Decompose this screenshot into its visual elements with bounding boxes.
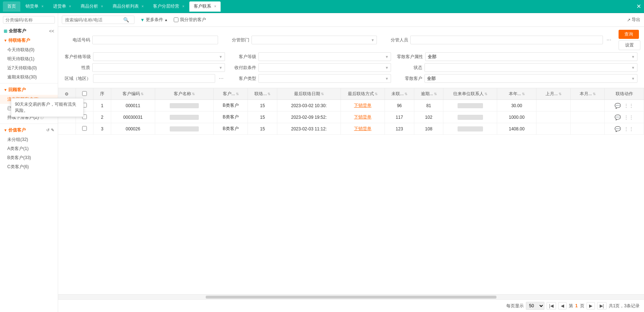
th-name[interactable]: 客户名称⇅ xyxy=(155,88,213,100)
horizontal-scrollbar[interactable] xyxy=(58,294,644,299)
row3-checkbox-input[interactable] xyxy=(82,126,87,131)
filter-customer-level-select[interactable]: ▼ xyxy=(258,52,391,61)
sidebar-all-customers[interactable]: ⊞ 全部客户 << xyxy=(0,27,58,36)
tab-customer-contact[interactable]: 客户联系 × xyxy=(189,1,221,12)
contact-sort-icon[interactable]: ⇅ xyxy=(267,92,270,96)
row2-method-link[interactable]: 下销货单 xyxy=(354,114,371,119)
filter-person-select[interactable] xyxy=(410,36,603,44)
row3-action-chat-icon[interactable]: 💬 xyxy=(615,126,621,132)
tab-home[interactable]: 首页 xyxy=(3,1,20,12)
th-code[interactable]: 客户编码⇅ xyxy=(111,88,155,100)
sidebar-search-input[interactable] xyxy=(5,17,58,23)
tab-purchase-close[interactable]: × xyxy=(69,4,71,8)
tab-product-list[interactable]: 商品分析列表 × xyxy=(108,1,148,12)
sidebar-group-pending[interactable]: ▼ 待联络客户 xyxy=(0,36,58,45)
last-month-sort-icon[interactable]: ⇅ xyxy=(559,92,562,96)
method-sort-icon[interactable]: ⇅ xyxy=(375,92,378,96)
tab-product-analysis-close[interactable]: × xyxy=(101,4,103,8)
pg-first-btn[interactable]: |◀ xyxy=(547,302,556,309)
row1-method-link[interactable]: 下销货单 xyxy=(354,103,371,108)
filter-dept-select[interactable]: ▼ xyxy=(251,36,377,44)
filter-status-select[interactable]: ▼ xyxy=(424,63,637,72)
sidebar-item-class-b[interactable]: B类客户(33) xyxy=(0,153,58,162)
filter-phone-input[interactable] xyxy=(92,36,218,44)
sidebar-item-class-c[interactable]: C类客户(6) xyxy=(0,162,58,171)
query-btn[interactable]: 查询 xyxy=(619,30,639,39)
row1-action-more-icon[interactable]: ⋮⋮ xyxy=(624,103,634,109)
tab-sales-close[interactable]: × xyxy=(41,4,44,8)
main-search-bar[interactable]: 🔍 xyxy=(62,16,134,24)
sidebar-item-today-contact[interactable]: 今天待联络(0) xyxy=(0,45,58,54)
my-customers-checkbox[interactable] xyxy=(174,17,178,22)
row3-method-link[interactable]: 下销货单 xyxy=(354,126,371,131)
th-not-contacted[interactable]: 未联...⇅ xyxy=(385,88,414,100)
settings-btn[interactable]: 设置 xyxy=(619,40,640,50)
th-overdue[interactable]: 逾期...⇅ xyxy=(414,88,443,100)
sidebar-item-overdue-contact[interactable]: 逾期未联络(30) xyxy=(0,73,58,82)
tab-customer-tier-close[interactable]: × xyxy=(182,4,184,8)
filter-nature-select[interactable]: ▼ xyxy=(92,63,225,72)
value-edit-icon[interactable]: ✎ xyxy=(51,128,54,133)
row2-action-more-icon[interactable]: ⋮⋮ xyxy=(624,114,634,120)
main-search-icon[interactable]: 🔍 xyxy=(123,17,129,23)
date-sort-icon[interactable]: ⇅ xyxy=(321,92,324,96)
unit-sort-icon[interactable]: ⇅ xyxy=(484,92,487,96)
tab-product-analysis[interactable]: 商品分析 × xyxy=(76,1,108,12)
filter-price-level-select[interactable]: ▼ xyxy=(93,52,225,61)
th-contact[interactable]: 联络...⇅ xyxy=(248,88,277,100)
sidebar-group-lost[interactable]: ▼ 回顾客户 xyxy=(0,85,58,95)
row1-action-chat-icon[interactable]: 💬 xyxy=(615,103,621,109)
th-type[interactable]: 客户...⇅ xyxy=(214,88,248,100)
filter-zero-customer-select[interactable]: 全部 ▼ xyxy=(424,74,637,83)
not-contacted-sort-icon[interactable]: ⇅ xyxy=(404,92,407,96)
filter-customer-type-select[interactable]: ▼ xyxy=(258,74,391,83)
pg-last-btn[interactable]: ▶| xyxy=(597,302,607,309)
sidebar-group-value[interactable]: ▼ 价值客户 ↺ ✎ xyxy=(0,125,58,135)
tab-product-list-close[interactable]: × xyxy=(142,4,144,8)
filter-person-more[interactable]: ··· xyxy=(605,37,613,43)
sidebar-search-box[interactable]: 🔍 xyxy=(3,16,55,24)
row3-action[interactable]: 💬 ⋮⋮ xyxy=(605,123,644,135)
th-this-month[interactable]: 本月...⇅ xyxy=(571,88,605,100)
export-btn[interactable]: ↗ 导出 xyxy=(627,17,640,23)
filter-zero-attr-select[interactable]: 全部 ▼ xyxy=(425,52,637,61)
row3-checkbox[interactable] xyxy=(76,123,93,135)
table-settings-icon[interactable]: ⚙ xyxy=(65,92,69,97)
tab-purchase[interactable]: 进货单 × xyxy=(49,1,76,12)
th-this-year[interactable]: 本年...⇅ xyxy=(497,88,536,100)
code-sort-icon[interactable]: ⇅ xyxy=(141,92,144,96)
scroll-thumb[interactable] xyxy=(206,296,496,299)
window-close-icon[interactable]: ✕ xyxy=(636,3,641,10)
name-sort-icon[interactable]: ⇅ xyxy=(192,92,195,96)
select-all-checkbox[interactable] xyxy=(82,91,87,96)
sidebar-item-7day-contact[interactable]: 近7天待联络(0) xyxy=(0,64,58,73)
th-last-contact-date[interactable]: 最后联络日期⇅ xyxy=(277,88,341,100)
more-conditions-btn[interactable]: ▼ 更多条件 ▲ xyxy=(137,15,171,24)
sidebar-item-class-a[interactable]: A类客户(1) xyxy=(0,144,58,153)
tab-customer-contact-close[interactable]: × xyxy=(214,4,216,8)
row2-method[interactable]: 下销货单 xyxy=(341,112,385,123)
th-last-contact-method[interactable]: 最后联络方式⇅ xyxy=(341,88,385,100)
my-customers-label[interactable]: 我分管的客户 xyxy=(174,17,206,23)
filter-region-select[interactable] xyxy=(93,74,215,83)
sidebar-item-ungrouped[interactable]: 未分组(32) xyxy=(0,135,58,144)
row1-method[interactable]: 下销货单 xyxy=(341,100,385,112)
filter-payment-select[interactable]: ▼ xyxy=(258,63,391,72)
main-search-input[interactable] xyxy=(65,17,123,23)
th-last-month[interactable]: 上月...⇅ xyxy=(536,88,570,100)
row1-action[interactable]: 💬 ⋮⋮ xyxy=(605,100,644,112)
pg-next-btn[interactable]: ▶ xyxy=(587,302,595,309)
tab-sales[interactable]: 销货单 × xyxy=(21,1,48,12)
th-unit-contact[interactable]: 往来单位联系人⇅ xyxy=(443,88,497,100)
overdue-sort-icon[interactable]: ⇅ xyxy=(434,92,437,96)
sidebar-collapse-icon[interactable]: << xyxy=(49,29,54,34)
filter-region-more[interactable]: ··· xyxy=(217,75,225,82)
row3-action-more-icon[interactable]: ⋮⋮ xyxy=(624,126,634,132)
row3-method[interactable]: 下销货单 xyxy=(341,123,385,135)
sidebar-item-tomorrow-contact[interactable]: 明天待联络(1) xyxy=(0,54,58,64)
row2-action-chat-icon[interactable]: 💬 xyxy=(615,114,621,120)
tab-customer-tier[interactable]: 客户分层经营 × xyxy=(149,1,189,12)
this-month-sort-icon[interactable]: ⇅ xyxy=(593,92,596,96)
per-page-select[interactable]: 50 20 100 xyxy=(526,302,544,310)
row2-action[interactable]: 💬 ⋮⋮ xyxy=(605,112,644,123)
